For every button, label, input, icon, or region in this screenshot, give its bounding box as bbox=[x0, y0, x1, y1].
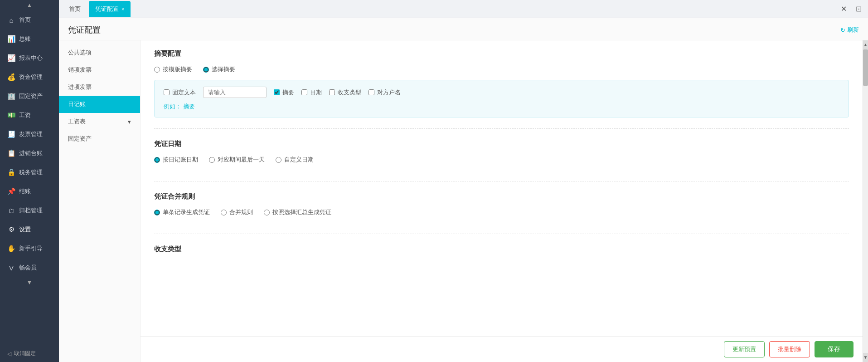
sidebar-unpin-button[interactable]: ◁ 取消固定 bbox=[0, 345, 59, 362]
main-area: 首页 凭证配置 × ✕ ⊡ 凭证配置 ↻ 刷新 公共选项 bbox=[59, 0, 868, 362]
voucher-date-section: 凭证日期 按日记账日期 对应期间最后一天 bbox=[154, 140, 849, 181]
assets-icon: 🏢 bbox=[7, 92, 15, 100]
radio-period-last[interactable] bbox=[209, 157, 215, 163]
merge-rules-title: 凭证合并规则 bbox=[154, 192, 849, 201]
nav-item-sales-invoice[interactable]: 销项发票 bbox=[59, 61, 140, 78]
sidebar: ▲ ⌂ 首页 📊 总账 📈 报表中心 💰 资金管理 🏢 固定资产 💵 工资 🧾 … bbox=[0, 0, 59, 362]
checkbox-counterpart-label[interactable]: 对方户名 bbox=[369, 88, 401, 97]
close-account-icon: 📌 bbox=[7, 187, 15, 196]
sidebar-scroll-up[interactable]: ▲ bbox=[0, 0, 59, 10]
chevron-down-icon: ▾ bbox=[128, 118, 131, 125]
nav-item-fixed-assets[interactable]: 固定资产 bbox=[59, 130, 140, 147]
radio-journal-date-label[interactable]: 按日记账日期 bbox=[154, 156, 198, 164]
outer-scrollbar: ▲ ▼ bbox=[863, 40, 868, 362]
sidebar-item-assets[interactable]: 🏢 固定资产 bbox=[0, 87, 59, 106]
home-icon: ⌂ bbox=[7, 16, 15, 24]
batch-delete-button[interactable]: 批量删除 bbox=[769, 341, 810, 357]
checkbox-fixed-text[interactable] bbox=[164, 89, 170, 95]
radio-template-input[interactable] bbox=[154, 67, 160, 73]
radio-custom-date[interactable] bbox=[276, 157, 281, 163]
scroll-down-button[interactable]: ▼ bbox=[863, 353, 868, 362]
ledger-icon: 📊 bbox=[7, 35, 15, 43]
pin-icon: ◁ bbox=[7, 351, 11, 357]
archive-icon: 🗂 bbox=[7, 207, 15, 215]
tab-home[interactable]: 首页 bbox=[63, 1, 87, 17]
bottom-bar: 更新预置 批量删除 保存 bbox=[141, 336, 863, 362]
merge-rules-section: 凭证合并规则 单条记录生成凭证 合并规则 bbox=[154, 192, 849, 234]
checkbox-date-label[interactable]: 日期 bbox=[301, 88, 322, 97]
tab-voucher-config[interactable]: 凭证配置 × bbox=[89, 1, 131, 17]
radio-journal-date[interactable] bbox=[154, 157, 160, 163]
voucher-date-title: 凭证日期 bbox=[154, 140, 849, 148]
summary-config-section: 摘要配置 按模版摘要 选择摘要 bbox=[154, 49, 849, 129]
reports-icon: 📈 bbox=[7, 54, 15, 62]
radio-select-input[interactable] bbox=[203, 67, 209, 73]
income-type-section: 收支类型 bbox=[154, 245, 849, 272]
radio-select-label[interactable]: 选择摘要 bbox=[203, 65, 235, 73]
fixed-text-input[interactable] bbox=[203, 87, 267, 98]
checkbox-income-type-label[interactable]: 收支类型 bbox=[329, 88, 361, 97]
nav-item-public[interactable]: 公共选项 bbox=[59, 44, 140, 61]
checkbox-date[interactable] bbox=[301, 89, 307, 95]
refresh-icon: ↻ bbox=[840, 27, 845, 34]
radio-merge-rule[interactable] bbox=[221, 210, 227, 215]
checkbox-counterpart[interactable] bbox=[369, 89, 374, 95]
content-area: 凭证配置 ↻ 刷新 公共选项 销项发票 进项发票 日记账 bbox=[59, 18, 868, 362]
tab-close-icon[interactable]: × bbox=[121, 6, 124, 12]
page-header: 凭证配置 ↻ 刷新 bbox=[59, 18, 868, 40]
window-maximize-button[interactable]: ⊡ bbox=[853, 4, 864, 14]
sidebar-item-vip[interactable]: V 畅会员 bbox=[0, 258, 59, 277]
sidebar-item-salary[interactable]: 💵 工资 bbox=[0, 106, 59, 125]
scroll-up-button[interactable]: ▲ bbox=[863, 40, 868, 49]
checkbox-fixed-text-label[interactable]: 固定文本 bbox=[164, 88, 196, 97]
sidebar-item-close[interactable]: 📌 结账 bbox=[0, 182, 59, 201]
sidebar-item-archive[interactable]: 🗂 归档管理 bbox=[0, 201, 59, 220]
page-title: 凭证配置 bbox=[68, 24, 101, 35]
sidebar-item-guide[interactable]: ✋ 新手引导 bbox=[0, 239, 59, 258]
window-close-button[interactable]: ✕ bbox=[838, 4, 849, 14]
update-preview-button[interactable]: 更新预置 bbox=[724, 341, 765, 357]
guide-icon: ✋ bbox=[7, 245, 15, 253]
sidebar-item-trade[interactable]: 📋 进销台账 bbox=[0, 144, 59, 163]
radio-period-last-label[interactable]: 对应期间最后一天 bbox=[209, 156, 265, 164]
checkbox-summary-label[interactable]: 摘要 bbox=[274, 88, 294, 97]
sidebar-item-ledger[interactable]: 📊 总账 bbox=[0, 29, 59, 49]
sidebar-scroll-down[interactable]: ▼ bbox=[0, 277, 59, 288]
checkbox-summary[interactable] bbox=[274, 89, 280, 95]
summary-options-row: 固定文本 摘要 日期 bbox=[164, 87, 839, 98]
sidebar-item-tax[interactable]: 🔒 税务管理 bbox=[0, 163, 59, 182]
sidebar-item-home[interactable]: ⌂ 首页 bbox=[0, 10, 59, 29]
nav-item-purchase-invoice[interactable]: 进项发票 bbox=[59, 78, 140, 96]
refresh-button[interactable]: ↻ 刷新 bbox=[840, 26, 859, 34]
radio-custom-date-label[interactable]: 自定义日期 bbox=[276, 156, 314, 164]
tab-right-actions: ✕ ⊡ bbox=[838, 4, 864, 14]
income-type-title: 收支类型 bbox=[154, 245, 849, 254]
merge-rules-radio-group: 单条记录生成凭证 合并规则 按照选择汇总生成凭证 bbox=[154, 208, 849, 216]
sidebar-item-funds[interactable]: 💰 资金管理 bbox=[0, 68, 59, 87]
tab-bar: 首页 凭证配置 × ✕ ⊡ bbox=[59, 0, 868, 18]
salary-icon: 💵 bbox=[7, 111, 15, 119]
save-button[interactable]: 保存 bbox=[815, 341, 853, 357]
nav-item-journal[interactable]: 日记账 bbox=[59, 96, 140, 113]
radio-aggregate[interactable] bbox=[264, 210, 270, 215]
summary-config-box: 固定文本 摘要 日期 bbox=[154, 80, 849, 117]
scroll-track bbox=[863, 49, 868, 353]
settings-icon: ⚙ bbox=[7, 225, 15, 234]
scroll-thumb[interactable] bbox=[863, 49, 868, 86]
sidebar-item-reports[interactable]: 📈 报表中心 bbox=[0, 49, 59, 68]
radio-aggregate-label[interactable]: 按照选择汇总生成凭证 bbox=[264, 208, 331, 216]
sidebar-item-settings[interactable]: ⚙ 设置 bbox=[0, 220, 59, 239]
body-layout: 公共选项 销项发票 进项发票 日记账 工资表 ▾ 固定资产 bbox=[59, 40, 868, 362]
radio-merge-rule-label[interactable]: 合并规则 bbox=[221, 208, 253, 216]
sidebar-item-invoice[interactable]: 🧾 发票管理 bbox=[0, 125, 59, 144]
tax-icon: 🔒 bbox=[7, 168, 15, 176]
vip-icon: V bbox=[7, 264, 15, 272]
trade-icon: 📋 bbox=[7, 149, 15, 157]
nav-item-payroll[interactable]: 工资表 ▾ bbox=[59, 113, 140, 130]
radio-template-label[interactable]: 按模版摘要 bbox=[154, 65, 192, 73]
checkbox-income-type[interactable] bbox=[329, 89, 335, 95]
radio-single-record[interactable] bbox=[154, 210, 160, 215]
voucher-date-radio-group: 按日记账日期 对应期间最后一天 自定义日期 bbox=[154, 156, 849, 164]
funds-icon: 💰 bbox=[7, 73, 15, 81]
radio-single-record-label[interactable]: 单条记录生成凭证 bbox=[154, 208, 210, 216]
